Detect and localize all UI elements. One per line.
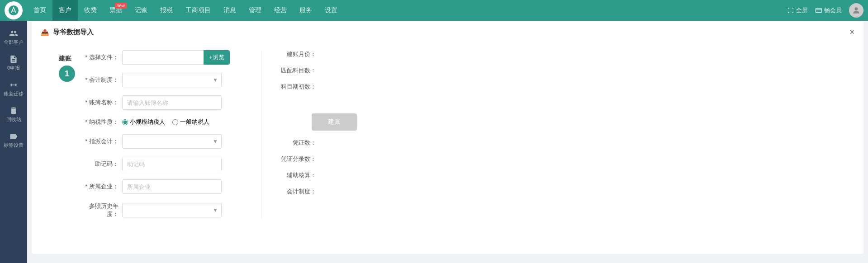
- memo-code-label: 助记码：: [82, 160, 119, 168]
- accounting-system-row: * 会计制度： ▼: [82, 73, 230, 87]
- top-navigation: 首页 客户 收费 票据 new 记账 报税 工商项目 消息 管理 经营 服务 设…: [0, 0, 868, 21]
- nav-right-actions: 全屏 畅会员: [787, 3, 863, 18]
- accountant-label: * 指派会计：: [82, 137, 119, 146]
- svg-point-2: [855, 7, 858, 10]
- match-subjects-row: 匹配科目数：: [275, 66, 854, 75]
- voucher-records-row: 凭证分录数：: [275, 155, 854, 163]
- svg-rect-1: [816, 8, 821, 12]
- file-row: * 选择文件： +浏览: [82, 50, 230, 65]
- user-avatar[interactable]: [849, 3, 863, 18]
- build-month-label: 建账月份：: [275, 50, 316, 58]
- build-month-row: 建账月份：: [275, 50, 854, 58]
- voucher-row: 凭证数：: [275, 139, 854, 147]
- nav-item-settings[interactable]: 设置: [318, 0, 344, 21]
- tax-type-label: * 纳税性质：: [82, 118, 119, 126]
- app-logo[interactable]: [5, 1, 23, 19]
- nav-item-invoices[interactable]: 票据 new: [103, 0, 128, 21]
- page-title: 导爷数据导入: [53, 28, 94, 37]
- nav-item-customers[interactable]: 客户: [52, 0, 78, 21]
- nav-item-business[interactable]: 工商项目: [179, 0, 217, 21]
- company-input[interactable]: [122, 179, 222, 194]
- page-header: 📤 导爷数据导入: [41, 28, 854, 37]
- match-subjects-label: 匹配科目数：: [275, 66, 316, 75]
- ledger-name-row: * 账簿名称：: [82, 95, 230, 110]
- member-btn[interactable]: 畅会员: [815, 6, 842, 14]
- file-text-input[interactable]: [122, 50, 204, 65]
- form-right-panel: 建账月份： 匹配科目数： 科目期初数： 建账 凭证数：: [275, 50, 854, 218]
- browse-button[interactable]: +浏览: [204, 50, 230, 65]
- memo-code-input[interactable]: [122, 157, 222, 171]
- ledger-name-input[interactable]: [122, 95, 222, 110]
- sidebar-item-recycle-bin[interactable]: 回收站: [0, 103, 27, 127]
- form-left-section: 建账 1 * 选择文件： +浏览: [41, 50, 248, 218]
- form-wrapper: 建账 1 * 选择文件： +浏览: [41, 50, 854, 218]
- accounting-system-select[interactable]: [122, 73, 222, 87]
- accountant-select[interactable]: [122, 134, 222, 149]
- accountant-select-wrapper: ▼: [122, 134, 222, 149]
- main-content: 📤 导爷数据导入 × 建账 1 * 选择文件：: [27, 21, 868, 263]
- aux-accounting-row: 辅助核算：: [275, 171, 854, 179]
- sidebar: 全部客户 0申报 账套迁移 回收站 标签设置: [0, 21, 27, 263]
- small-taxpayer-option[interactable]: 小规模纳税人: [122, 118, 165, 126]
- right-accounting-system-label: 会计制度：: [275, 188, 316, 196]
- right-accounting-system-row: 会计制度：: [275, 188, 854, 196]
- subject-init-row: 科目期初数：: [275, 83, 854, 91]
- sidebar-item-tag-settings[interactable]: 标签设置: [0, 128, 27, 152]
- import-icon: 📤: [41, 28, 49, 37]
- file-input-wrapper: +浏览: [122, 50, 230, 65]
- general-taxpayer-option[interactable]: 一般纳税人: [172, 118, 209, 126]
- aux-accounting-label: 辅助核算：: [275, 171, 316, 179]
- fullscreen-btn[interactable]: 全屏: [787, 6, 808, 14]
- history-year-label: 参照历史年度：: [82, 202, 119, 218]
- tax-type-row: * 纳税性质： 小规模纳税人 一般纳税人: [82, 118, 230, 126]
- accountant-row: * 指派会计： ▼: [82, 134, 230, 149]
- history-year-select-wrapper: ▼: [122, 203, 222, 217]
- accounting-system-label: * 会计制度：: [82, 76, 119, 84]
- company-label: * 所属企业：: [82, 183, 119, 191]
- sidebar-item-account-migration[interactable]: 账套迁移: [0, 77, 27, 101]
- close-button[interactable]: ×: [849, 28, 854, 36]
- voucher-label: 凭证数：: [275, 139, 316, 147]
- nav-item-messages[interactable]: 消息: [217, 0, 242, 21]
- nav-item-bookkeeping[interactable]: 记账: [128, 0, 154, 21]
- new-badge: new: [115, 3, 127, 9]
- voucher-records-label: 凭证分录数：: [275, 155, 316, 163]
- nav-item-billing[interactable]: 收费: [78, 0, 103, 21]
- form-fields: * 选择文件： +浏览 * 会计制度： ▼: [82, 50, 230, 218]
- nav-item-home[interactable]: 首页: [27, 0, 52, 21]
- subject-init-label: 科目期初数：: [275, 83, 316, 91]
- nav-item-tax[interactable]: 报税: [154, 0, 179, 21]
- build-account-button[interactable]: 建账: [312, 113, 357, 131]
- memo-code-row: 助记码：: [82, 157, 230, 171]
- history-year-select[interactable]: [122, 203, 222, 217]
- page-area: 📤 导爷数据导入 × 建账 1 * 选择文件：: [32, 21, 863, 254]
- history-year-row: 参照历史年度： ▼: [82, 202, 230, 218]
- accounting-system-select-wrapper: ▼: [122, 73, 222, 87]
- small-taxpayer-radio[interactable]: [122, 119, 128, 125]
- sidebar-item-zero-declaration[interactable]: 0申报: [0, 51, 27, 75]
- section-label: 建账: [59, 55, 71, 63]
- nav-item-operations[interactable]: 经营: [268, 0, 293, 21]
- tax-type-radio-group: 小规模纳税人 一般纳税人: [122, 118, 209, 126]
- nav-items-list: 首页 客户 收费 票据 new 记账 报税 工商项目 消息 管理 经营 服务 设…: [27, 0, 787, 21]
- form-divider: [261, 50, 262, 218]
- nav-item-services[interactable]: 服务: [293, 0, 318, 21]
- step-circle: 1: [59, 66, 75, 82]
- company-row: * 所属企业：: [82, 179, 230, 194]
- nav-item-management[interactable]: 管理: [242, 0, 268, 21]
- sidebar-item-all-customers[interactable]: 全部客户: [0, 25, 27, 49]
- file-label: * 选择文件：: [82, 53, 119, 61]
- general-taxpayer-radio[interactable]: [172, 119, 178, 125]
- ledger-name-label: * 账簿名称：: [82, 99, 119, 107]
